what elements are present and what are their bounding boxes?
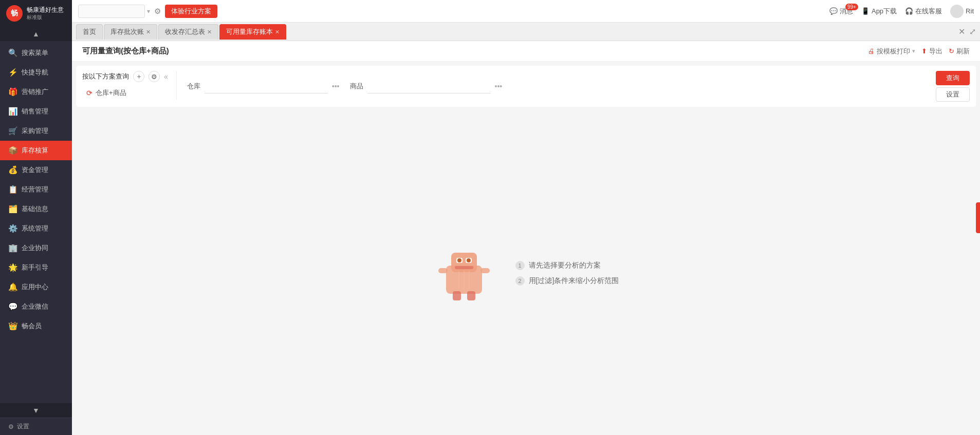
tab-summary-close-icon[interactable]: ✕ [207, 29, 212, 35]
sidebar-item-wechat[interactable]: 💬企业微信 [0, 297, 72, 316]
sidebar-icon-marketing: 🎁 [8, 87, 17, 97]
print-template-btn[interactable]: 🖨 按模板打印 ▾ [868, 47, 915, 56]
tabs-bar: 首页 库存批次账 ✕ 收发存汇总表 ✕ 可用量库存账本 ✕ ✕ ⤢ [72, 23, 980, 41]
tab-available[interactable]: 可用量库存账本 ✕ [219, 24, 286, 40]
tab-batch[interactable]: 库存批次账 ✕ [104, 24, 157, 40]
sidebar-item-system[interactable]: ⚙️系统管理 [0, 219, 72, 238]
warehouse-label: 仓库 [187, 82, 200, 91]
sidebar-icon-search: 🔍 [8, 48, 17, 58]
filter-buttons: 查询 设置 [936, 71, 970, 102]
sidebar-label-guide: 新手引导 [22, 263, 48, 272]
sidebar-item-marketing[interactable]: 🎁营销推广 [0, 82, 72, 102]
sidebar-item-purchase[interactable]: 🛒采购管理 [0, 121, 72, 141]
message-icon: 💬 [829, 7, 838, 15]
sidebar-icon-apps: 🔔 [8, 282, 17, 292]
close-all-tabs-icon[interactable]: ✕ [958, 27, 965, 36]
settings-icon: ⚙ [8, 423, 14, 430]
page-header: 可用量查询(按仓库+商品) 🖨 按模板打印 ▾ ⬆ 导出 ↻ 刷新 [72, 41, 980, 62]
topbar-message-btn[interactable]: 💬 消息 99+ [829, 7, 853, 16]
topbar-gear-icon[interactable]: ⚙ [154, 7, 161, 16]
query-add-button[interactable]: ＋ [133, 71, 144, 82]
refresh-btn[interactable]: ↻ 刷新 [949, 47, 970, 56]
settings-button[interactable]: 设置 [936, 87, 970, 102]
product-more-icon[interactable]: ••• [495, 82, 503, 90]
sidebar-item-guide[interactable]: 🌟新手引导 [0, 258, 72, 277]
topbar-search-input[interactable] [78, 5, 145, 18]
query-label: 按以下方案查询 [82, 72, 129, 81]
right-scrollbar-hint [976, 202, 980, 233]
topbar-app-download[interactable]: 📱 App下载 [861, 7, 897, 16]
svg-rect-9 [453, 291, 461, 300]
export-btn[interactable]: ⬆ 导出 [921, 47, 942, 56]
sidebar-item-search[interactable]: 🔍搜索菜单 [0, 43, 72, 63]
sidebar-header: 畅 畅康通好生意 标准版 [0, 0, 72, 27]
sidebar-scroll-up[interactable]: ▲ [0, 27, 72, 41]
sidebar-label-member: 畅会员 [22, 321, 42, 331]
sidebar-label-cooperation: 企业协同 [22, 243, 48, 253]
fullscreen-icon[interactable]: ⤢ [969, 27, 976, 36]
topbar-user[interactable]: Rit [950, 5, 974, 18]
sidebar-item-member[interactable]: 👑畅会员 [0, 316, 72, 336]
sidebar-item-finance[interactable]: 💰资金管理 [0, 160, 72, 180]
query-collapse-icon[interactable]: « [164, 72, 168, 81]
filter-product: 商品 ••• [350, 79, 503, 93]
svg-rect-7 [438, 268, 448, 273]
industry-solution-button[interactable]: 体验行业方案 [165, 5, 217, 18]
empty-tips: 1 请先选择要分析的方案 2 用[过滤]条件来缩小分析范围 [515, 261, 619, 286]
sidebar-item-inventory[interactable]: 📦库存核算 [0, 141, 72, 160]
sidebar-brand: 畅康通好生意 标准版 [27, 6, 64, 22]
product-input[interactable] [367, 79, 491, 93]
query-settings-button[interactable]: ⚙ [149, 71, 160, 82]
sidebar-item-sales[interactable]: 📊销售管理 [0, 102, 72, 121]
tab-home-label: 首页 [83, 27, 96, 36]
sidebar-item-quicknav[interactable]: ⚡快捷导航 [0, 63, 72, 82]
tab-available-close-icon[interactable]: ✕ [275, 29, 280, 35]
print-icon: 🖨 [868, 47, 875, 55]
sidebar-icon-member: 👑 [8, 321, 17, 331]
topbar-chevron-icon[interactable]: ▾ [147, 8, 150, 15]
empty-robot-illustration [433, 242, 495, 304]
sidebar-icon-purchase: 🛒 [8, 126, 17, 136]
user-avatar [950, 5, 964, 18]
page-actions: 🖨 按模板打印 ▾ ⬆ 导出 ↻ 刷新 [868, 47, 970, 56]
warehouse-input[interactable] [205, 79, 328, 93]
scheme-icon: ⟳ [86, 89, 93, 97]
sidebar-icon-operation: 📋 [8, 185, 17, 194]
empty-state: 1 请先选择要分析的方案 2 用[过滤]条件来缩小分析范围 [72, 111, 980, 435]
topbar-service[interactable]: 🎧 在线客服 [905, 7, 942, 16]
filter-area: 仓库 ••• 商品 ••• 查询 设置 [177, 71, 970, 102]
topbar: ▾ ⚙ 体验行业方案 💬 消息 99+ 📱 App下载 🎧 在线客服 Rit [72, 0, 980, 23]
sidebar-label-apps: 应用中心 [22, 282, 48, 292]
sidebar-item-apps[interactable]: 🔔应用中心 [0, 277, 72, 297]
scheme-label: 仓库+商品 [96, 88, 126, 98]
sidebar-label-wechat: 企业微信 [22, 302, 48, 311]
tab-summary[interactable]: 收发存汇总表 ✕ [158, 24, 218, 40]
tab-home[interactable]: 首页 [76, 24, 103, 40]
sidebar-label-inventory: 库存核算 [22, 146, 48, 155]
sidebar-icon-system: ⚙️ [8, 224, 17, 233]
sidebar-item-basic[interactable]: 🗂️基础信息 [0, 199, 72, 219]
sidebar-scroll-down[interactable]: ▼ [0, 403, 72, 418]
sidebar-item-cooperation[interactable]: 🏢企业协同 [0, 238, 72, 258]
sidebar-icon-guide: 🌟 [8, 263, 17, 272]
svg-rect-10 [467, 291, 475, 300]
main-area: ▾ ⚙ 体验行业方案 💬 消息 99+ 📱 App下载 🎧 在线客服 Rit [72, 0, 980, 435]
page-title: 可用量查询(按仓库+商品) [82, 46, 169, 56]
tab-batch-close-icon[interactable]: ✕ [146, 29, 151, 35]
svg-rect-6 [455, 266, 473, 269]
topbar-search-area: ▾ [78, 5, 150, 18]
sidebar-item-operation[interactable]: 📋经营管理 [0, 180, 72, 199]
sidebar-title: 畅康通好生意 [27, 6, 64, 14]
scheme-item-warehouse-product[interactable]: ⟳ 仓库+商品 [82, 86, 168, 100]
empty-state-content: 1 请先选择要分析的方案 2 用[过滤]条件来缩小分析范围 [433, 242, 619, 304]
sidebar-icon-wechat: 💬 [8, 302, 17, 311]
query-button[interactable]: 查询 [936, 71, 970, 85]
filter-warehouse: 仓库 ••• [187, 79, 340, 93]
message-badge: 99+ [845, 4, 858, 10]
sidebar-settings[interactable]: ⚙ 设置 [0, 418, 72, 435]
username-label: Rit [966, 7, 974, 15]
empty-tip-1: 1 请先选择要分析的方案 [515, 261, 619, 270]
sidebar-label-finance: 资金管理 [22, 165, 48, 175]
warehouse-more-icon[interactable]: ••• [332, 82, 340, 90]
sidebar-icon-sales: 📊 [8, 107, 17, 116]
